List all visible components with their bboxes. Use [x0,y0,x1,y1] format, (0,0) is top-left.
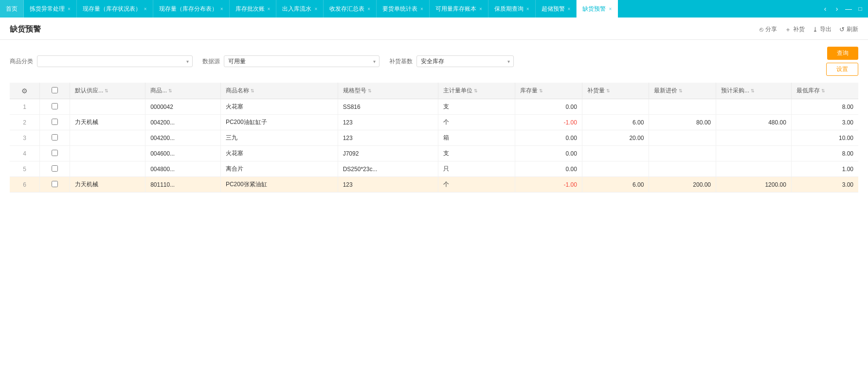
row-checkbox-0[interactable] [52,103,58,109]
tab-close-11[interactable]: × [609,6,612,12]
category-filter-group: 商品分类 ▾ [10,55,193,67]
tab-close-9[interactable]: × [526,6,529,12]
tab-maximize-button[interactable]: □ [854,3,866,15]
query-button[interactable]: 查询 [827,47,858,60]
tab-close-6[interactable]: × [367,6,370,12]
product-name-sort[interactable]: 商品名称 ⇅ [226,87,254,95]
refresh-icon: ↺ [839,26,845,33]
tab-item-1[interactable]: 拣货异常处理× [24,0,77,18]
tab-close-4[interactable]: × [268,6,271,12]
replenish-sort[interactable]: 补货量 ⇅ [587,87,610,95]
tab-item-10[interactable]: 超储预警× [536,0,577,18]
tab-item-4[interactable]: 库存批次账× [230,0,277,18]
cell-min-stock-2: 10.00 [791,130,858,146]
tab-item-9[interactable]: 保质期查询× [488,0,536,18]
select-all-checkbox[interactable] [52,87,58,93]
tab-item-2[interactable]: 现存量（库存状况表）× [77,0,153,18]
data-table: ⚙ 默认供应... ⇅ 商品... ⇅ [10,83,858,193]
tab-close-2[interactable]: × [144,6,147,12]
settings-button[interactable]: 设置 [826,63,858,76]
cell-index-1: 2 [10,115,40,130]
refresh-button[interactable]: ↺ 刷新 [839,25,858,34]
tab-item-8[interactable]: 可用量库存账本× [430,0,488,18]
tab-item-6[interactable]: 收发存汇总表× [324,0,377,18]
row-checkbox-3[interactable] [52,150,58,156]
spec-sort[interactable]: 规格型号 ⇅ [343,87,372,95]
supplier-sort[interactable]: 默认供应... ⇅ [75,87,108,95]
tab-nav-buttons: ‹ › — □ [817,3,868,15]
tab-label-11: 缺货预警 [582,5,606,13]
share-label: 分享 [765,25,777,34]
row-checkbox-1[interactable] [52,119,58,125]
cell-spec-0: SS816 [338,99,438,115]
cell-product-code-2: 004200... [145,130,221,146]
cell-estimated-0 [716,99,792,115]
latest-price-sort[interactable]: 最新进价 ⇅ [654,87,683,95]
cell-replenish-2: 20.00 [582,130,649,146]
stock-sort[interactable]: 库存量 ⇅ [520,87,543,95]
tab-close-3[interactable]: × [220,6,223,12]
cell-unit-2: 箱 [438,130,515,146]
tab-item-5[interactable]: 出入库流水× [276,0,324,18]
table-settings-icon[interactable]: ⚙ [10,83,40,99]
th-replenish-label: 补货量 [587,87,605,95]
th-min-stock: 最低库存 ⇅ [791,83,858,99]
cell-stock-2: 0.00 [515,130,582,146]
category-select[interactable] [37,55,193,67]
tab-label-9: 保质期查询 [494,5,524,13]
cell-unit-1: 个 [438,115,515,130]
cell-latest-price-1: 80.00 [649,115,716,130]
th-supplier-label: 默认供应... [75,87,103,95]
tab-bar: 首页拣货异常处理×现存量（库存状况表）×现存量（库存分布表）×库存批次账×出入库… [0,0,868,18]
export-button[interactable]: ⤓ 导出 [813,25,832,34]
tab-item-11[interactable]: 缺货预警× [577,0,618,18]
share-button[interactable]: ⎋ 分享 [760,25,777,34]
tab-close-5[interactable]: × [314,6,317,12]
replenish-base-select[interactable]: 安全库存 [416,55,514,67]
cell-supplier-1: 力天机械 [70,115,145,130]
cell-checkbox-3[interactable] [40,146,70,161]
cell-index-3: 4 [10,146,40,161]
tab-close-8[interactable]: × [479,6,482,12]
cell-product-name-2: 三九 [220,130,338,146]
tab-close-10[interactable]: × [568,6,571,12]
tab-next-button[interactable]: › [831,3,843,15]
row-checkbox-2[interactable] [52,134,58,141]
cell-checkbox-4[interactable] [40,161,70,177]
th-unit: 主计量单位 ⇅ [438,83,515,99]
cell-replenish-5: 6.00 [582,177,649,193]
cell-checkbox-2[interactable] [40,130,70,146]
cell-supplier-0 [70,99,145,115]
tab-minimize-button[interactable]: — [843,3,854,15]
cell-unit-4: 只 [438,161,515,177]
estimated-sort-icon: ⇅ [751,88,755,93]
tab-close-1[interactable]: × [68,6,71,12]
gear-icon[interactable]: ⚙ [21,87,28,95]
cell-stock-5: -1.00 [515,177,582,193]
row-checkbox-5[interactable] [52,181,58,187]
supplier-sort-icon: ⇅ [105,88,108,93]
min-stock-sort[interactable]: 最低库存 ⇅ [796,87,825,95]
cell-supplier-3 [70,146,145,161]
tab-item-7[interactable]: 要货单统计表× [377,0,430,18]
product-code-sort[interactable]: 商品... ⇅ [150,87,172,95]
category-label: 商品分类 [10,57,33,66]
cell-estimated-1: 480.00 [716,115,792,130]
filter-row: 商品分类 ▾ 数据源 可用量 ▾ 补货基数 安全库存 [0,40,868,83]
cell-stock-4: 0.00 [515,161,582,177]
cell-checkbox-1[interactable] [40,115,70,130]
table-header-row: ⚙ 默认供应... ⇅ 商品... ⇅ [10,83,858,99]
tab-item-0[interactable]: 首页 [0,0,24,18]
tab-prev-button[interactable]: ‹ [819,3,831,15]
datasource-select[interactable]: 可用量 [224,55,380,67]
cell-checkbox-0[interactable] [40,99,70,115]
row-checkbox-4[interactable] [52,165,58,172]
tab-close-7[interactable]: × [420,6,423,12]
cell-spec-2: 123 [338,130,438,146]
cell-checkbox-5[interactable] [40,177,70,193]
unit-sort[interactable]: 主计量单位 ⇅ [443,87,478,95]
unit-sort-icon: ⇅ [474,88,478,93]
tab-item-3[interactable]: 现存量（库存分布表）× [153,0,230,18]
replenish-button[interactable]: ＋ 补货 [785,25,805,34]
estimated-sort[interactable]: 预计采购... ⇅ [721,87,755,95]
